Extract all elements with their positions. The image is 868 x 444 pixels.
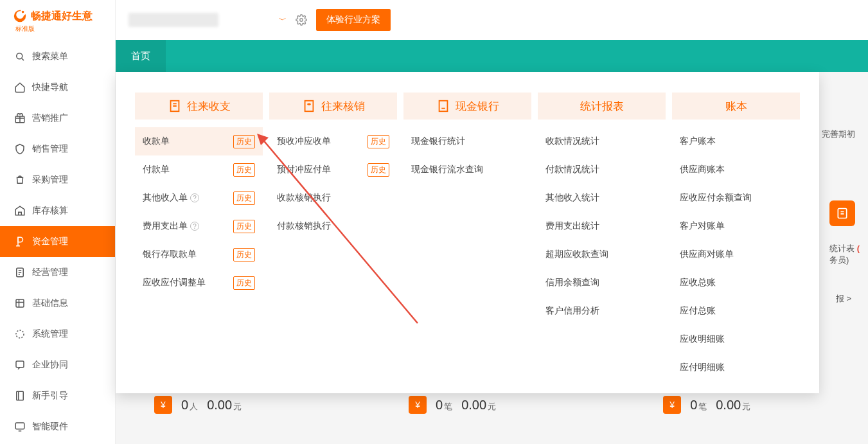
sidebar-item-label: 销售管理 [32, 143, 68, 155]
megamenu-col-ledger: 账本 客户账本 供应商账本 应收应付余额查询 客户对账单 供应商对账单 应收总账… [672, 93, 800, 373]
megamenu-col-transactions: 往来收支 收款单历史 付款单历史 其他收入单?历史 费用支出单?历史 银行存取款… [135, 93, 263, 373]
sidebar-item-label: 库存核算 [32, 205, 68, 217]
menu-item-ar-ap-balance[interactable]: 应收应付余额查询 [672, 184, 800, 212]
sidebar-item-purchase[interactable]: 采购管理 [0, 164, 115, 195]
sidebar-item-collab[interactable]: 企业协同 [0, 350, 115, 380]
gear-icon[interactable] [296, 14, 307, 26]
menu-item-cashbank-flow[interactable]: 现金银行流水查询 [403, 155, 531, 184]
gift-icon [14, 112, 26, 124]
dropdown-caret-icon[interactable]: ﹀ [279, 15, 287, 26]
invoice-icon [302, 99, 316, 113]
cart-icon [14, 174, 26, 186]
svg-point-1 [17, 53, 22, 59]
menu-item-supplier-statement[interactable]: 供应商对账单 [672, 240, 800, 269]
menu-item-overdue-ar[interactable]: 超期应收款查询 [538, 240, 666, 269]
menu-item-expense[interactable]: 费用支出单?历史 [135, 212, 263, 240]
menu-item-ar-gl[interactable]: 应收总账 [672, 269, 800, 297]
history-tag[interactable]: 历史 [233, 220, 255, 233]
menu-item-prereceipt-offset[interactable]: 预收冲应收单历史 [269, 127, 397, 155]
sidebar-item-guide[interactable]: 新手引导 [0, 380, 115, 411]
history-tag[interactable]: 历史 [233, 135, 255, 148]
wallet-icon [14, 236, 26, 247]
sidebar-item-label: 经营管理 [32, 267, 68, 278]
right-text-2: 统计表 (务员) [829, 243, 868, 266]
history-tag[interactable]: 历史 [233, 276, 255, 290]
sidebar-item-system[interactable]: 系统管理 [0, 319, 115, 350]
help-icon[interactable]: ? [190, 222, 199, 231]
sidebar-item-label: 搜索菜单 [32, 51, 68, 62]
book-icon [14, 390, 26, 402]
menu-item-receipt[interactable]: 收款单历史 [135, 127, 263, 155]
menu-item-bank-transfer[interactable]: 银行存取款单历史 [135, 240, 263, 269]
stat-card: ¥ 0人 0.00元 [154, 396, 242, 414]
sidebar-item-label: 智能硬件 [32, 421, 68, 432]
sidebar-item-basicinfo[interactable]: 基础信息 [0, 288, 115, 319]
tab-home[interactable]: 首页 [116, 40, 166, 72]
stat-card: ¥ 0笔 0.00元 [409, 396, 496, 414]
history-tag[interactable]: 历史 [368, 135, 389, 148]
sidebar-item-funds[interactable]: 资金管理 [0, 226, 115, 257]
history-tag[interactable]: 历史 [233, 191, 255, 205]
stat-badge-icon: ¥ [663, 396, 681, 414]
megamenu-col-writeoff: 往来核销 预收冲应收单历史 预付冲应付单历史 收款核销执行 付款核销执行 [269, 93, 397, 373]
menu-item-prepay-offset[interactable]: 预付冲应付单历史 [269, 155, 397, 184]
bank-icon [436, 99, 450, 113]
menu-item-ar-ap-adjust[interactable]: 应收应付调整单历史 [135, 269, 263, 297]
menu-item-ap-gl[interactable]: 应付总账 [672, 297, 800, 325]
menu-item-expense-stats[interactable]: 费用支出统计 [538, 212, 666, 240]
history-tag[interactable]: 历史 [233, 248, 255, 262]
menu-item-credit-balance[interactable]: 信用余额查询 [538, 269, 666, 297]
megamenu-col-header: 现金银行 [403, 93, 531, 120]
sidebar-item-label: 资金管理 [32, 236, 68, 247]
sidebar-item-sales[interactable]: 销售管理 [0, 134, 115, 164]
sidebar-item-business[interactable]: 经营管理 [0, 257, 115, 288]
menu-item-customer-statement[interactable]: 客户对账单 [672, 212, 800, 240]
funds-megamenu: 往来收支 收款单历史 付款单历史 其他收入单?历史 费用支出单?历史 银行存取款… [116, 72, 819, 393]
badge-icon [14, 143, 26, 155]
menu-item-receipt-writeoff-exec[interactable]: 收款核销执行 [269, 184, 397, 212]
clipboard-icon [14, 267, 26, 278]
sidebar-item-label: 新手引导 [32, 390, 68, 402]
menu-item-supplier-ledger[interactable]: 供应商账本 [672, 155, 800, 184]
sidebar-item-label: 采购管理 [32, 174, 68, 186]
menu-item-payment-writeoff-exec[interactable]: 付款核销执行 [269, 212, 397, 240]
industry-plan-button[interactable]: 体验行业方案 [316, 9, 391, 31]
chat-icon [14, 359, 26, 371]
megamenu-col-cashbank: 现金银行 现金银行统计 现金银行流水查询 [403, 93, 531, 373]
menu-item-cashbank-stats[interactable]: 现金银行统计 [403, 127, 531, 155]
menu-item-ar-detail[interactable]: 应收明细账 [672, 325, 800, 353]
brand-name: 畅捷通好生意 [31, 10, 93, 23]
sidebar-item-label: 系统管理 [32, 328, 68, 340]
svg-rect-4 [16, 299, 24, 307]
tab-bar: 首页 [116, 40, 868, 72]
right-text-3[interactable]: 报 > [836, 293, 868, 305]
sidebar-item-search[interactable]: 搜索菜单 [0, 41, 115, 72]
megamenu-col-header: 往来收支 [135, 93, 263, 120]
svg-rect-11 [305, 101, 313, 112]
menu-item-customer-credit[interactable]: 客户信用分析 [538, 297, 666, 325]
svg-rect-6 [16, 361, 24, 368]
menu-item-payment[interactable]: 付款单历史 [135, 155, 263, 184]
menu-item-other-income-stats[interactable]: 其他收入统计 [538, 184, 666, 212]
report-icon [836, 207, 849, 220]
sidebar-item-inventory[interactable]: 库存核算 [0, 195, 115, 226]
help-icon[interactable]: ? [190, 193, 199, 202]
history-tag[interactable]: 历史 [233, 163, 255, 177]
sidebar-item-quicknav[interactable]: 快捷导航 [0, 72, 115, 103]
sidebar-item-marketing[interactable]: 营销推广 [0, 103, 115, 134]
sidebar-item-label: 基础信息 [32, 297, 68, 309]
megamenu-col-reports: 统计报表 收款情况统计 付款情况统计 其他收入统计 费用支出统计 超期应收款查询… [538, 93, 666, 373]
menu-item-customer-ledger[interactable]: 客户账本 [672, 127, 800, 155]
menu-item-payment-stats[interactable]: 付款情况统计 [538, 155, 666, 184]
history-tag[interactable]: 历史 [368, 163, 389, 177]
sidebar-item-hardware[interactable]: 智能硬件 [0, 411, 115, 442]
stat-badge-icon: ¥ [409, 396, 427, 414]
search-icon [14, 51, 26, 62]
menu-item-ap-detail[interactable]: 应付明细账 [672, 353, 800, 382]
menu-item-receipt-stats[interactable]: 收款情况统计 [538, 127, 666, 155]
grid-icon [14, 297, 26, 309]
menu-item-other-income[interactable]: 其他收入单?历史 [135, 184, 263, 212]
side-floating-icon[interactable] [829, 200, 855, 226]
sidebar: 畅捷通好生意 标准版 搜索菜单 快捷导航 营销推广 销售管理 采购管理 库存核算… [0, 0, 116, 444]
sidebar-item-label: 企业协同 [32, 359, 68, 371]
